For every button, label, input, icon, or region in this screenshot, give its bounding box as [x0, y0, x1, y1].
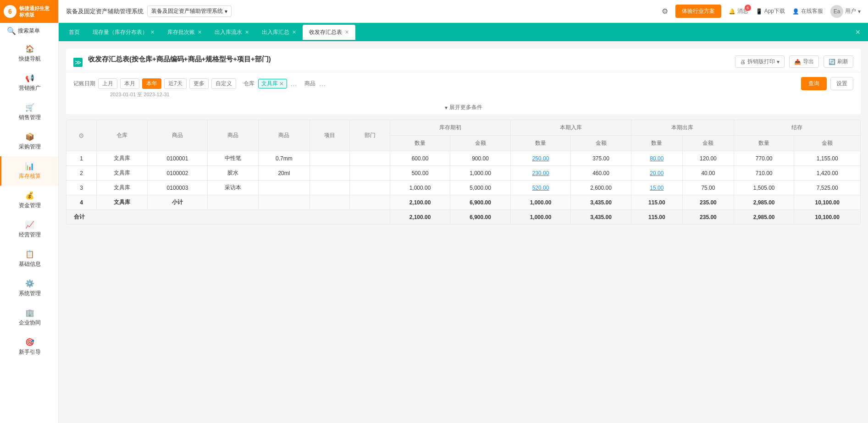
row-bal-amt: 1,155.00	[794, 151, 861, 166]
table-row: 1文具库0100001中性笔0.7mm600.00900.00250.00375…	[66, 151, 861, 166]
tab-close-icon[interactable]: ✕	[198, 29, 202, 35]
row-out-qty[interactable]: 15.00	[631, 181, 682, 195]
row-in-qty-link[interactable]: 250.00	[532, 155, 549, 162]
row-out-qty-link[interactable]: 15.00	[650, 185, 663, 191]
avatar: Ea	[830, 5, 843, 18]
app-download-button[interactable]: 📱 App下载	[756, 7, 785, 15]
total-open-qty: 2,100.00	[390, 210, 450, 225]
goods-dots[interactable]: ...	[319, 80, 326, 88]
chevron-down-icon: ▾	[858, 8, 861, 15]
tab-inout-summary[interactable]: 出入库汇总 ✕	[255, 25, 303, 40]
sidebar-item-basic[interactable]: 📋 基础信息	[0, 244, 58, 274]
col-in-amt: 金额	[571, 136, 631, 151]
total-bal-amt: 10,100.00	[794, 210, 861, 225]
warehouse-dots[interactable]: ...	[291, 80, 298, 88]
tab-close-icon[interactable]: ✕	[245, 29, 249, 35]
row-name: 中性笔	[208, 151, 259, 166]
row-in-qty[interactable]: 250.00	[510, 151, 571, 166]
tab-inout-flow[interactable]: 出入库流水 ✕	[208, 25, 255, 40]
expand-conditions-button[interactable]: ▾ 展开更多条件	[73, 101, 853, 114]
date-btn-this-year[interactable]: 本年	[142, 78, 161, 89]
topbar-title-area: 装备及固定资产辅助管理系统 装备及固定资产辅助管理系统 ▾	[66, 5, 656, 17]
row-in-qty-link[interactable]: 230.00	[532, 170, 549, 176]
settings-gear[interactable]: ⚙	[662, 7, 668, 16]
sidebar-item-guide[interactable]: 🎯 新手引导	[0, 332, 58, 362]
expand-button[interactable]: ≫	[73, 58, 83, 67]
sidebar-item-finance[interactable]: 💰 资金管理	[0, 186, 58, 215]
refresh-icon: 🔄	[829, 59, 835, 65]
sidebar-item-inventory[interactable]: 📊 库存核算	[0, 156, 58, 186]
filter-action-buttons: 查询 设置	[801, 77, 853, 90]
sidebar-item-system[interactable]: ⚙️ 系统管理	[0, 274, 58, 303]
experience-button[interactable]: 体验行业方案	[675, 5, 721, 18]
row-bal-qty: 2,985.00	[734, 195, 794, 210]
total-row: 合计 2,100.00 6,900.00 1,000.00 3,435.00 1…	[66, 210, 861, 225]
col-settings[interactable]: ⚙	[66, 120, 97, 151]
row-warehouse: 文具库	[97, 151, 148, 166]
filter-panel: ≫ 收发存汇总表(按仓库+商品编码+商品+规格型号+项目+部门) 🖨 拆销版打印…	[66, 49, 861, 114]
tab-close-icon[interactable]: ✕	[292, 29, 296, 35]
row-project	[310, 151, 349, 166]
system-selector[interactable]: 装备及固定资产辅助管理系统 ▾	[147, 5, 232, 17]
sidebar-item-search[interactable]: 🔍 搜索菜单	[0, 23, 58, 39]
row-out-qty-link[interactable]: 80.00	[650, 155, 663, 162]
row-out-qty[interactable]: 20.00	[631, 166, 682, 181]
page-close-button[interactable]: ✕	[851, 28, 864, 36]
online-service-button[interactable]: 👤 在线客服	[792, 7, 823, 15]
sidebar-item-marketing[interactable]: 📢 营销推广	[0, 68, 58, 98]
sidebar-item-purchase[interactable]: 📦 采购管理	[0, 127, 58, 156]
row-out-amt: 40.00	[682, 166, 734, 181]
row-bal-amt: 7,525.00	[794, 181, 861, 195]
sidebar-item-quick[interactable]: 🏠 快捷导航	[0, 39, 58, 68]
sidebar-item-sales[interactable]: 🛒 销售管理	[0, 98, 58, 127]
col-name: 商品	[208, 120, 259, 151]
goods-label: 商品	[304, 80, 315, 88]
warehouse-tag-remove[interactable]: ✕	[279, 81, 284, 87]
row-project	[310, 195, 349, 210]
export-button[interactable]: 📤 导出	[789, 55, 819, 68]
date-btn-7days[interactable]: 近7天	[164, 78, 187, 89]
col-group-open: 库存期初	[390, 120, 510, 136]
row-in-amt: 460.00	[571, 166, 631, 181]
row-in-qty-link[interactable]: 520.00	[532, 185, 549, 191]
row-in-qty: 1,000.00	[510, 195, 571, 210]
refresh-button[interactable]: 🔄 刷新	[824, 55, 853, 68]
tab-inventory-dist[interactable]: 现存量（库存分布表） ✕	[86, 25, 161, 40]
date-btn-custom[interactable]: 自定义	[211, 78, 236, 89]
tab-close-icon[interactable]: ✕	[150, 29, 155, 35]
col-dept: 部门	[350, 120, 390, 151]
user-menu[interactable]: Ea 用户 ▾	[830, 5, 861, 18]
row-out-qty-link[interactable]: 20.00	[650, 170, 663, 176]
row-out-qty[interactable]: 80.00	[631, 151, 682, 166]
print-button[interactable]: 🖨 拆销版打印 ▾	[735, 55, 785, 68]
sidebar: 6 畅捷通好生意 标准版 🔍 搜索菜单 🏠 快捷导航 📢 营销推广 🛒 销售管理…	[0, 0, 59, 423]
row-open-amt: 6,900.00	[450, 195, 511, 210]
settings-button[interactable]: 设置	[830, 77, 853, 90]
row-code: 小计	[147, 195, 208, 210]
row-in-qty[interactable]: 520.00	[510, 181, 571, 195]
row-in-qty[interactable]: 230.00	[510, 166, 571, 181]
tab-home[interactable]: 首页	[62, 25, 86, 40]
row-num: 1	[66, 151, 97, 166]
date-btn-more[interactable]: 更多	[189, 78, 209, 89]
date-filter: 记账日期 上月 本月 本年 近7天 更多 自定义	[73, 78, 236, 89]
gear-icon[interactable]: ⚙	[78, 132, 84, 139]
sidebar-item-operation[interactable]: 📈 经营管理	[0, 215, 58, 244]
tab-close-icon[interactable]: ✕	[345, 29, 349, 35]
row-name: 采访本	[208, 181, 259, 195]
table-row: 3文具库0100003采访本1,000.005,000.00520.002,60…	[66, 181, 861, 195]
row-project	[310, 181, 349, 195]
notification-badge: 6	[745, 5, 751, 11]
system-title: 装备及固定资产辅助管理系统	[66, 7, 144, 16]
date-btn-last-month[interactable]: 上月	[98, 78, 117, 89]
tab-recv-send-summary[interactable]: 收发存汇总表 ✕	[303, 25, 355, 40]
row-dept	[350, 195, 390, 210]
notification-button[interactable]: 🔔 6 消息	[729, 7, 748, 15]
tab-batch[interactable]: 库存批次账 ✕	[161, 25, 208, 40]
date-btn-this-month[interactable]: 本月	[120, 78, 139, 89]
tab-label: 库存批次账	[167, 28, 195, 36]
sidebar-item-label: 基础信息	[19, 260, 41, 268]
service-icon: 👤	[792, 8, 799, 15]
query-button[interactable]: 查询	[801, 77, 827, 90]
sidebar-item-enterprise[interactable]: 🏢 企业协同	[0, 303, 58, 332]
